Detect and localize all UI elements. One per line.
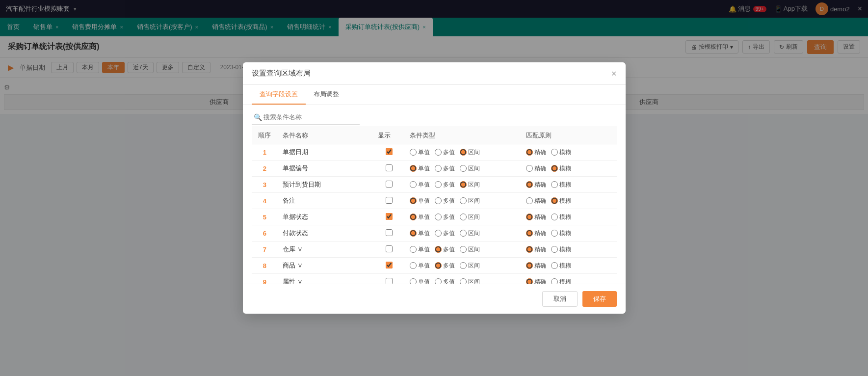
settings-dialog: 设置查询区域布局 × 查询字段设置 布局调整 🔍 顺序: [243, 62, 626, 114]
dialog-search-area: 🔍: [243, 105, 626, 114]
search-input[interactable]: [252, 110, 360, 114]
dialog-title: 设置查询区域布局: [252, 69, 311, 78]
dialog-tab-query-fields[interactable]: 查询字段设置: [252, 85, 306, 105]
dialog-tab-layout[interactable]: 布局调整: [306, 85, 347, 105]
search-wrap: 🔍: [252, 110, 360, 114]
dialog-tabs: 查询字段设置 布局调整: [243, 85, 626, 105]
search-icon: 🔍: [254, 113, 262, 114]
dialog-overlay: 设置查询区域布局 × 查询字段设置 布局调整 🔍 顺序: [0, 0, 868, 114]
dialog-close-btn[interactable]: ×: [611, 69, 617, 78]
dialog-header: 设置查询区域布局 ×: [243, 62, 626, 85]
